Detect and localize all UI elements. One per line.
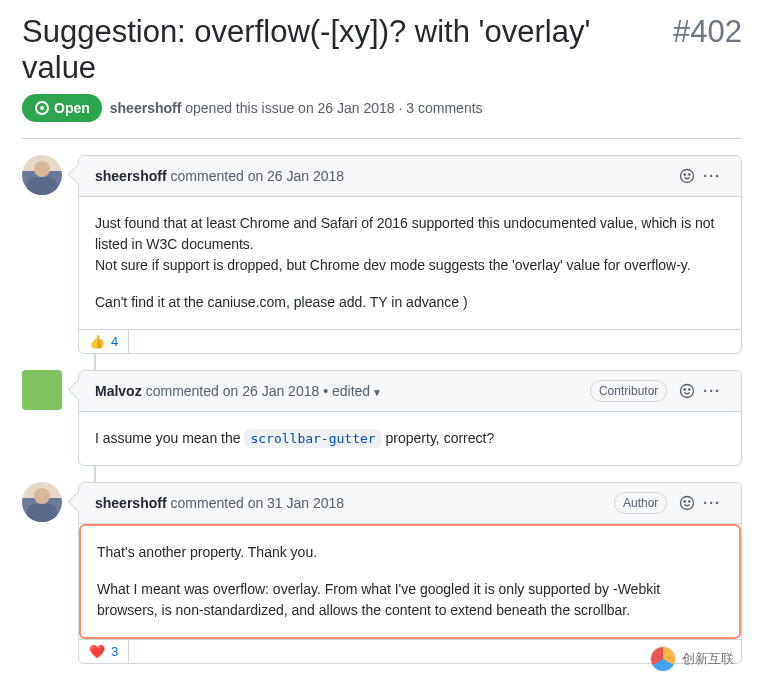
- svg-point-8: [681, 497, 694, 510]
- commented-label: commented: [171, 495, 244, 511]
- comment-text: Can't find it at the caniuse.com, please…: [95, 292, 725, 313]
- comment-date[interactable]: on 26 Jan 2018: [248, 168, 345, 184]
- comment-author[interactable]: sheershoff: [95, 495, 167, 511]
- svg-point-4: [689, 174, 691, 176]
- svg-point-1: [40, 106, 44, 110]
- comment-date[interactable]: on 26 Jan 2018: [223, 383, 320, 399]
- opened-verb: opened this issue: [185, 100, 294, 116]
- comment: Malvoz commented on 26 Jan 2018 • edited…: [78, 370, 742, 466]
- avatar[interactable]: [22, 155, 62, 195]
- comment-text: What I meant was overflow: overlay. From…: [97, 579, 723, 621]
- svg-point-2: [681, 170, 694, 183]
- reaction-heart[interactable]: ❤️ 3: [79, 640, 129, 663]
- comment-author[interactable]: Malvoz: [95, 383, 142, 399]
- comment-text: Just found that at least Chrome and Safa…: [95, 215, 715, 252]
- comment-text: I assume you mean the: [95, 430, 244, 446]
- emoji-reaction-button[interactable]: [675, 379, 699, 403]
- code-inline: scrollbar-gutter: [244, 429, 381, 448]
- emoji-reaction-button[interactable]: [675, 164, 699, 188]
- edited-indicator[interactable]: edited▼: [332, 383, 382, 399]
- more-actions-button[interactable]: ···: [699, 164, 725, 188]
- issue-open-icon: [34, 100, 50, 116]
- contributor-badge: Contributor: [590, 380, 667, 402]
- avatar[interactable]: [22, 370, 62, 410]
- comment-date[interactable]: on 31 Jan 2018: [248, 495, 345, 511]
- watermark-logo-icon: [650, 646, 676, 672]
- comment-text: Not sure if support is dropped, but Chro…: [95, 257, 691, 273]
- more-actions-button[interactable]: ···: [699, 379, 725, 403]
- watermark-text: 创新互联: [682, 650, 734, 668]
- heart-icon: ❤️: [89, 644, 105, 659]
- comment-author[interactable]: sheershoff: [95, 168, 167, 184]
- state-open-badge: Open: [22, 94, 102, 122]
- commented-label: commented: [171, 168, 244, 184]
- thumbsup-icon: 👍: [89, 334, 105, 349]
- avatar[interactable]: [22, 482, 62, 522]
- comment-count: 3 comments: [406, 100, 482, 116]
- comment-text: That's another property. Thank you.: [97, 542, 723, 563]
- svg-point-5: [681, 385, 694, 398]
- reaction-thumbsup[interactable]: 👍 4: [79, 330, 129, 353]
- state-label: Open: [54, 100, 90, 116]
- comment-text: property, correct?: [382, 430, 495, 446]
- highlighted-body: That's another property. Thank you. What…: [79, 524, 741, 639]
- reaction-count: 4: [111, 334, 118, 349]
- reaction-count: 3: [111, 644, 118, 659]
- svg-point-10: [689, 501, 691, 503]
- comment: sheershoff commented on 31 Jan 2018 Auth…: [78, 482, 742, 664]
- more-actions-button[interactable]: ···: [699, 491, 725, 515]
- comment: sheershoff commented on 26 Jan 2018 ··· …: [78, 155, 742, 354]
- svg-point-3: [684, 174, 686, 176]
- svg-point-6: [684, 389, 686, 391]
- issue-opener[interactable]: sheershoff: [110, 100, 182, 116]
- issue-number: #402: [673, 14, 742, 50]
- svg-point-9: [684, 501, 686, 503]
- watermark: 创新互联: [650, 646, 734, 672]
- emoji-reaction-button[interactable]: [675, 491, 699, 515]
- author-badge: Author: [614, 492, 667, 514]
- commented-label: commented: [146, 383, 219, 399]
- issue-meta: Open sheershoff opened this issue on 26 …: [22, 94, 742, 139]
- svg-point-7: [689, 389, 691, 391]
- opened-date[interactable]: on 26 Jan 2018: [298, 100, 395, 116]
- issue-title: Suggestion: overflow(-[xy])? with 'overl…: [22, 14, 665, 86]
